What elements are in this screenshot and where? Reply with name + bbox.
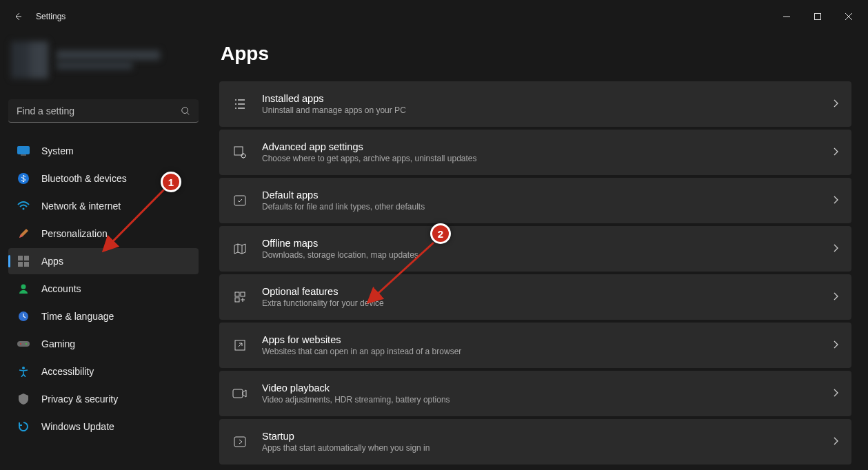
maximize-icon (814, 13, 821, 20)
svg-rect-8 (18, 262, 23, 267)
chevron-right-icon (834, 146, 839, 159)
card-desc: Apps that start automatically when you s… (262, 443, 820, 453)
map-icon (232, 241, 248, 257)
nav-accounts[interactable]: Accounts (8, 276, 199, 302)
add-feature-icon (232, 289, 248, 305)
minimize-icon (783, 13, 790, 20)
window-title: Settings (36, 12, 65, 21)
svg-point-1 (182, 107, 188, 113)
card-installed-apps[interactable]: Installed appsUninstall and manage apps … (219, 81, 851, 127)
svg-point-15 (22, 367, 25, 369)
svg-rect-19 (235, 292, 239, 296)
nav-bluetooth[interactable]: Bluetooth & devices (8, 165, 199, 192)
card-title: Optional features (262, 286, 820, 297)
card-desc: Choose where to get apps, archive apps, … (262, 154, 820, 163)
nav-gaming[interactable]: Gaming (8, 331, 199, 357)
search-input[interactable] (17, 105, 181, 116)
svg-rect-16 (234, 147, 243, 155)
card-desc: Extra functionality for your device (262, 298, 820, 308)
svg-rect-23 (233, 389, 243, 398)
card-advanced-app-settings[interactable]: Advanced app settingsChoose where to get… (219, 130, 851, 175)
startup-icon (232, 433, 248, 450)
wifi-icon (17, 199, 30, 213)
card-title: Offline maps (262, 238, 820, 249)
update-icon (17, 420, 30, 433)
titlebar: Settings (0, 0, 868, 33)
user-email-redacted (57, 61, 132, 70)
card-video-playback[interactable]: Video playbackVideo adjustments, HDR str… (219, 371, 851, 416)
card-default-apps[interactable]: Default appsDefaults for file and link t… (219, 178, 851, 223)
svg-rect-0 (814, 14, 820, 20)
nav-label: Gaming (41, 338, 75, 349)
app-gear-icon (232, 144, 248, 161)
card-optional-features[interactable]: Optional featuresExtra functionality for… (219, 274, 851, 320)
svg-point-17 (241, 154, 245, 158)
nav-label: Personalization (41, 228, 108, 239)
chevron-right-icon (834, 98, 839, 110)
close-icon (845, 13, 852, 20)
svg-rect-24 (234, 437, 245, 447)
back-button[interactable] (8, 7, 28, 26)
display-icon (17, 144, 30, 158)
chevron-right-icon (834, 436, 839, 448)
settings-card-list: Installed appsUninstall and manage apps … (219, 81, 851, 464)
nav-apps[interactable]: Apps (8, 248, 199, 274)
person-icon (17, 282, 30, 296)
user-profile[interactable] (8, 39, 199, 84)
video-icon (232, 385, 248, 402)
card-offline-maps[interactable]: Offline mapsDownloads, storage location,… (219, 226, 851, 272)
nav-update[interactable]: Windows Update (8, 413, 199, 440)
minimize-button[interactable] (771, 6, 802, 27)
svg-point-14 (26, 343, 27, 345)
nav-label: Time & language (41, 311, 114, 322)
card-title: Advanced app settings (262, 141, 820, 152)
nav-label: Apps (41, 256, 63, 267)
svg-rect-18 (234, 196, 245, 205)
card-title: Video playback (262, 382, 820, 394)
nav-system[interactable]: System (8, 138, 199, 164)
page-title: Apps (221, 43, 851, 65)
shield-icon (17, 392, 30, 406)
accessibility-icon (17, 365, 30, 378)
chevron-right-icon (834, 339, 839, 351)
card-desc: Downloads, storage location, map updates (262, 250, 820, 260)
card-title: Installed apps (262, 93, 820, 104)
nav-accessibility[interactable]: Accessibility (8, 358, 199, 385)
main-content: Apps Installed appsUninstall and manage … (207, 33, 868, 470)
card-title: Default apps (262, 190, 820, 201)
svg-rect-7 (24, 256, 29, 260)
card-desc: Websites that can open in an app instead… (262, 347, 820, 356)
nav-privacy[interactable]: Privacy & security (8, 386, 199, 412)
arrow-left-icon (12, 11, 23, 22)
apps-icon (17, 254, 30, 268)
chevron-right-icon (834, 387, 839, 400)
svg-point-5 (23, 208, 25, 210)
svg-point-10 (21, 285, 26, 289)
chevron-right-icon (834, 291, 839, 303)
nav-label: Network & internet (41, 201, 121, 212)
user-name-redacted (57, 50, 160, 60)
nav-label: Windows Update (41, 421, 114, 432)
nav-list: System Bluetooth & devices Network & int… (8, 138, 199, 440)
nav-label: System (41, 145, 74, 156)
nav-personalization[interactable]: Personalization (8, 221, 199, 247)
nav-label: Privacy & security (41, 394, 118, 405)
nav-network[interactable]: Network & internet (8, 193, 199, 219)
close-button[interactable] (833, 6, 864, 27)
svg-rect-21 (235, 298, 239, 302)
card-startup[interactable]: StartupApps that start automatically whe… (219, 419, 851, 464)
card-desc: Uninstall and manage apps on your PC (262, 105, 820, 115)
card-apps-for-websites[interactable]: Apps for websitesWebsites that can open … (219, 323, 851, 368)
maximize-button[interactable] (802, 6, 833, 27)
gamepad-icon (17, 337, 30, 351)
search-box[interactable] (8, 99, 199, 123)
avatar (11, 41, 48, 79)
nav-label: Accessibility (41, 366, 94, 377)
search-icon (181, 106, 190, 116)
nav-time[interactable]: Time & language (8, 303, 199, 329)
card-desc: Video adjustments, HDR streaming, batter… (262, 395, 820, 405)
svg-rect-9 (24, 262, 29, 267)
default-apps-icon (232, 192, 248, 209)
chevron-right-icon (834, 194, 839, 207)
svg-rect-2 (18, 147, 30, 154)
